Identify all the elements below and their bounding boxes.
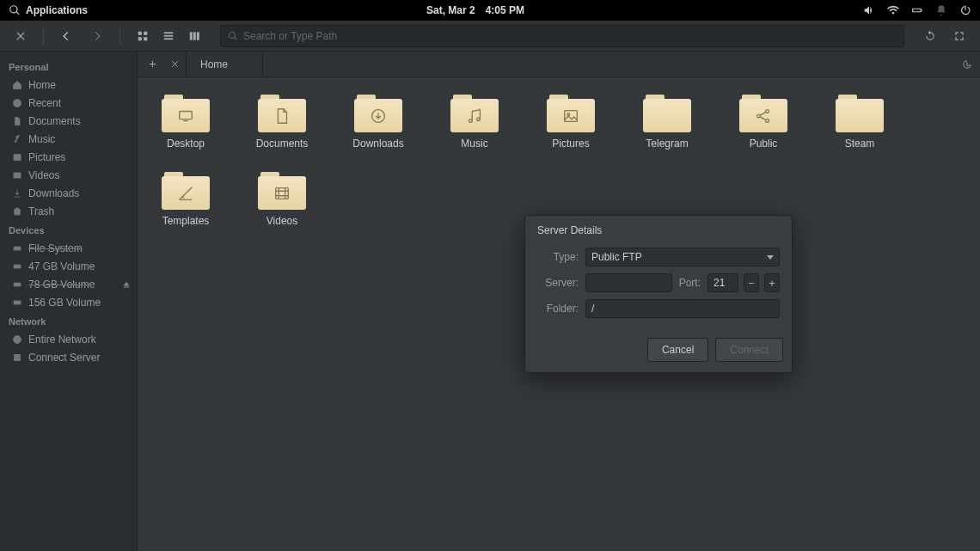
- drive-icon: [12, 243, 22, 254]
- svg-rect-0: [138, 31, 142, 34]
- sidebar-item[interactable]: Documents: [0, 112, 137, 130]
- svg-point-15: [19, 248, 20, 248]
- svg-point-17: [19, 266, 20, 266]
- svg-rect-20: [124, 286, 130, 287]
- sidebar-item-label: Videos: [28, 169, 59, 181]
- svg-rect-12: [14, 154, 21, 160]
- drive-icon: [12, 261, 22, 272]
- sidebar-item[interactable]: Pictures: [0, 148, 137, 166]
- type-value: Public FTP: [591, 251, 642, 263]
- sidebar-item-label: 78 GB Volume: [28, 279, 95, 291]
- server-input[interactable]: [585, 273, 672, 292]
- sidebar: Personal Home Recent Documents Music Pic…: [0, 52, 138, 551]
- port-label: Port:: [679, 277, 701, 289]
- sidebar-item-label: Connect Server: [28, 352, 100, 364]
- drive-icon: [12, 297, 22, 308]
- applications-label: Applications: [26, 4, 88, 16]
- port-increment[interactable]: +: [764, 273, 780, 292]
- connect-button[interactable]: Connect: [715, 338, 783, 362]
- sidebar-item[interactable]: Home: [0, 76, 137, 94]
- cancel-button[interactable]: Cancel: [647, 338, 708, 362]
- sidebar-item[interactable]: Downloads: [0, 184, 137, 202]
- type-select[interactable]: Public FTP: [585, 248, 780, 266]
- forward-button[interactable]: [85, 24, 109, 48]
- back-button[interactable]: [54, 24, 78, 48]
- sidebar-item[interactable]: Music: [0, 130, 137, 148]
- location-bar[interactable]: Search or Type Path: [220, 25, 904, 47]
- folder-label: Folder:: [537, 303, 579, 315]
- clock[interactable]: Sat, Mar 2 4:05 PM: [426, 4, 524, 16]
- sidebar-header-personal: Personal: [0, 57, 137, 76]
- sidebar-item[interactable]: Videos: [0, 166, 137, 184]
- music-icon: [12, 134, 22, 144]
- volume-icon[interactable]: [863, 4, 875, 16]
- sidebar-item-label: Pictures: [28, 151, 65, 163]
- power-icon[interactable]: [959, 4, 971, 16]
- eject-icon[interactable]: [121, 279, 132, 290]
- location-placeholder: Search or Type Path: [243, 30, 337, 42]
- svg-rect-25: [15, 358, 21, 360]
- sidebar-item[interactable]: Entire Network: [0, 330, 137, 348]
- notifications-icon[interactable]: [935, 4, 947, 16]
- svg-point-22: [19, 302, 20, 303]
- server-label: Server:: [537, 277, 579, 289]
- sidebar-item[interactable]: 78 GB Volume: [0, 275, 137, 293]
- home-icon: [12, 80, 22, 90]
- trash-icon: [12, 206, 22, 217]
- download-icon: [12, 188, 22, 199]
- svg-rect-9: [197, 32, 199, 40]
- close-button[interactable]: [9, 24, 33, 48]
- system-top-panel: Applications Sat, Mar 2 4:05 PM: [0, 0, 980, 21]
- svg-rect-3: [144, 37, 147, 40]
- port-decrement[interactable]: −: [744, 273, 759, 292]
- view-grid-button[interactable]: [131, 24, 155, 48]
- sidebar-item[interactable]: 47 GB Volume: [0, 257, 137, 275]
- port-input[interactable]: [707, 273, 738, 292]
- clock-icon: [12, 98, 22, 108]
- sidebar-item-label: Music: [28, 133, 55, 145]
- drive-icon: [12, 279, 22, 290]
- svg-rect-8: [193, 32, 196, 40]
- sidebar-header-devices: Devices: [0, 220, 137, 239]
- sidebar-item-label: 156 GB Volume: [28, 297, 101, 309]
- view-list-button[interactable]: [156, 24, 181, 48]
- sidebar-item[interactable]: 156 GB Volume: [0, 293, 137, 311]
- wifi-icon[interactable]: [887, 4, 899, 16]
- video-icon: [12, 170, 22, 181]
- sidebar-item-label: Documents: [28, 115, 81, 127]
- battery-icon[interactable]: [911, 4, 923, 16]
- maximize-button[interactable]: [947, 24, 971, 48]
- app-toolbar: Search or Type Path: [0, 21, 980, 52]
- svg-rect-7: [190, 32, 193, 40]
- dialog-title: Server Details: [525, 216, 792, 243]
- sidebar-item[interactable]: File System: [0, 239, 137, 257]
- sidebar-item-label: Downloads: [28, 187, 79, 199]
- applications-menu[interactable]: Applications: [9, 4, 88, 16]
- svg-rect-6: [164, 38, 174, 40]
- svg-rect-2: [138, 37, 142, 40]
- sidebar-item[interactable]: Recent: [0, 94, 137, 112]
- sidebar-item-label: Entire Network: [28, 334, 96, 346]
- sidebar-item-label: Home: [28, 79, 56, 91]
- sidebar-item[interactable]: Connect Server: [0, 348, 137, 366]
- folder-input[interactable]: [585, 299, 780, 318]
- svg-point-19: [19, 284, 20, 285]
- sidebar-item-label: Trash: [28, 205, 54, 217]
- sidebar-item[interactable]: Trash: [0, 202, 137, 220]
- search-icon: [228, 31, 238, 41]
- search-icon: [9, 4, 21, 16]
- chevron-down-icon: [767, 255, 774, 260]
- globe-icon: [12, 334, 22, 345]
- view-switcher: [131, 24, 206, 48]
- server-details-dialog: Server Details Type: Public FTP Server: …: [524, 215, 793, 373]
- content-area: Home Desktop Documents Downloads Music P…: [138, 52, 980, 551]
- sidebar-header-network: Network: [0, 311, 137, 330]
- svg-rect-1: [144, 31, 147, 34]
- doc-icon: [12, 116, 22, 126]
- time-label: 4:05 PM: [486, 4, 524, 16]
- view-columns-button[interactable]: [182, 24, 206, 48]
- sidebar-item-label: Recent: [28, 97, 61, 109]
- refresh-button[interactable]: [918, 24, 942, 48]
- svg-rect-24: [15, 354, 21, 357]
- sidebar-item-label: File System: [28, 242, 83, 254]
